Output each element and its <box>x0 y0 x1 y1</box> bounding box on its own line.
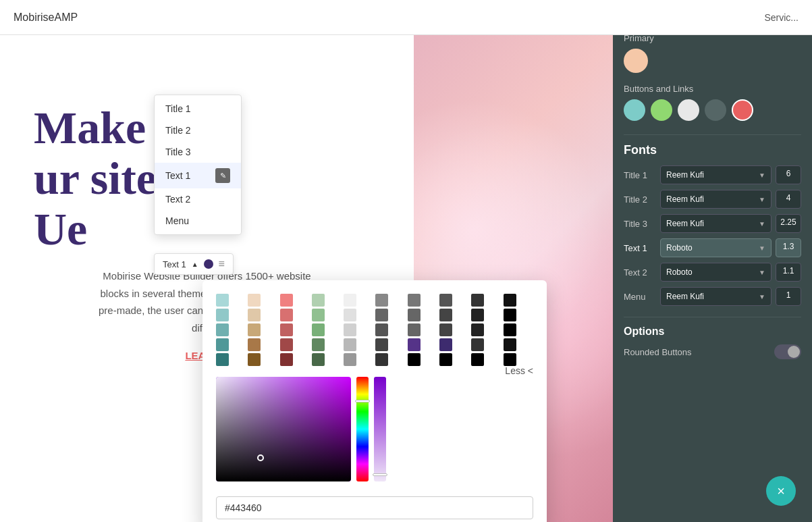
swatch[interactable] <box>439 323 452 336</box>
swatch[interactable] <box>439 294 452 307</box>
color-circle-dark[interactable] <box>705 99 726 121</box>
swatch[interactable] <box>280 323 293 336</box>
color-circles-row <box>624 99 801 121</box>
font-size-text2[interactable]: 1.1 <box>776 263 801 282</box>
swatch[interactable] <box>344 309 356 321</box>
swatch[interactable] <box>408 309 421 321</box>
swatch[interactable] <box>504 323 516 336</box>
nav-item[interactable]: Servic... <box>764 12 799 23</box>
swatch[interactable] <box>408 294 421 307</box>
swatch[interactable] <box>471 323 484 336</box>
font-select-title1[interactable]: Reem Kufi ▼ <box>660 165 772 184</box>
swatch[interactable] <box>504 294 516 307</box>
buttons-links-label: Buttons and Links <box>624 84 801 94</box>
swatch[interactable] <box>248 309 261 321</box>
swatch[interactable] <box>216 353 229 366</box>
gradient-cursor[interactable] <box>257 454 264 461</box>
selection-caret: ▲ <box>192 261 198 268</box>
swatch[interactable] <box>344 294 356 307</box>
font-row-title1: Title 1 Reem Kufi ▼ 6 <box>624 165 801 184</box>
swatch[interactable] <box>504 353 516 366</box>
swatch[interactable] <box>439 353 452 366</box>
swatch[interactable] <box>216 309 229 321</box>
font-select-title2[interactable]: Reem Kufi ▼ <box>660 190 772 209</box>
font-size-title3[interactable]: 2.25 <box>776 214 801 233</box>
swatch[interactable] <box>280 294 293 307</box>
swatch[interactable] <box>344 353 356 366</box>
color-circle-green[interactable] <box>651 99 672 121</box>
swatch[interactable] <box>504 309 516 321</box>
swatch[interactable] <box>312 309 325 321</box>
right-panel: Colors Primary Buttons and Links Fonts T… <box>613 0 812 522</box>
swatch[interactable] <box>471 294 484 307</box>
swatch[interactable] <box>312 353 325 366</box>
color-circle-white[interactable] <box>678 99 699 121</box>
hero-title-line2: ur site <box>34 153 157 204</box>
font-select-text2[interactable]: Roboto ▼ <box>660 263 772 282</box>
swatch[interactable] <box>375 338 388 351</box>
hex-input[interactable] <box>216 496 533 519</box>
color-dot[interactable] <box>204 259 213 269</box>
swatch[interactable] <box>248 294 261 307</box>
swatch[interactable] <box>408 323 421 336</box>
swatch[interactable] <box>344 323 356 336</box>
swatch[interactable] <box>471 309 484 321</box>
swatch[interactable] <box>216 294 229 307</box>
dropdown-item-text1[interactable]: Text 1 ✎ <box>155 163 241 188</box>
swatch[interactable] <box>216 338 229 351</box>
divider2 <box>624 317 801 317</box>
alpha-thumb[interactable] <box>373 473 387 476</box>
swatch[interactable] <box>216 323 229 336</box>
less-button[interactable]: Less < <box>505 365 533 487</box>
swatch[interactable] <box>248 353 261 366</box>
color-circle-red[interactable] <box>732 99 753 121</box>
dropdown-item-title1[interactable]: Title 1 <box>155 98 241 120</box>
hue-bar[interactable] <box>356 377 369 481</box>
swatch[interactable] <box>344 338 356 351</box>
swatch[interactable] <box>408 338 421 351</box>
font-size-title1[interactable]: 6 <box>776 165 801 184</box>
hue-thumb[interactable] <box>355 400 370 402</box>
edit-icon[interactable]: ✎ <box>215 168 230 183</box>
gradient-picker[interactable] <box>216 377 351 481</box>
primary-color-circle[interactable] <box>624 49 648 73</box>
swatch[interactable] <box>375 294 388 307</box>
swatch[interactable] <box>471 353 484 366</box>
color-circle-teal[interactable] <box>624 99 645 121</box>
swatch[interactable] <box>312 323 325 336</box>
swatch[interactable] <box>504 338 516 351</box>
swatch[interactable] <box>375 323 388 336</box>
swatch[interactable] <box>375 353 388 366</box>
swatch[interactable] <box>439 309 452 321</box>
swatch[interactable] <box>280 338 293 351</box>
close-button[interactable]: × <box>766 476 796 506</box>
dropdown-item-title2[interactable]: Title 2 <box>155 120 241 141</box>
swatch[interactable] <box>248 338 261 351</box>
swatch[interactable] <box>280 309 293 321</box>
font-label-text2: Text 2 <box>624 267 656 278</box>
chevron-down-icon: ▼ <box>759 269 765 276</box>
font-size-menu[interactable]: 1 <box>776 287 801 306</box>
swatch[interactable] <box>248 323 261 336</box>
font-size-text1[interactable]: 1.3 <box>776 238 801 257</box>
selection-bar[interactable]: Text 1 ▲ ≡ <box>154 253 234 275</box>
swatch[interactable] <box>439 338 452 351</box>
swatch[interactable] <box>280 353 293 366</box>
swatch[interactable] <box>471 338 484 351</box>
dropdown-item-menu[interactable]: Menu <box>155 210 241 232</box>
font-size-title2[interactable]: 4 <box>776 190 801 209</box>
rounded-buttons-toggle[interactable] <box>774 344 801 359</box>
lines-icon[interactable]: ≡ <box>219 258 225 270</box>
alpha-bar[interactable] <box>374 377 386 481</box>
font-select-menu[interactable]: Reem Kufi ▼ <box>660 287 772 306</box>
swatch[interactable] <box>312 338 325 351</box>
font-label-text1: Text 1 <box>624 243 656 253</box>
font-select-title3[interactable]: Reem Kufi ▼ <box>660 214 772 233</box>
dropdown-item-title3[interactable]: Title 3 <box>155 141 241 163</box>
font-select-text1[interactable]: Roboto ▼ <box>660 238 772 257</box>
swatch[interactable] <box>312 294 325 307</box>
swatch[interactable] <box>375 309 388 321</box>
hero-title-line3: U <box>34 203 67 255</box>
dropdown-item-text2[interactable]: Text 2 <box>155 188 241 210</box>
swatch[interactable] <box>408 353 421 366</box>
